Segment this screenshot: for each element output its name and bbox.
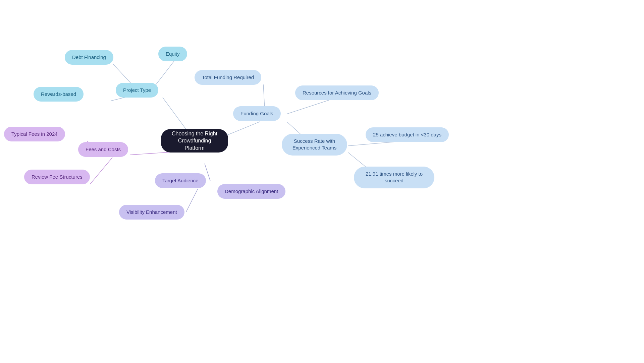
funding-goals-node: Funding Goals [233,106,281,121]
svg-line-6 [90,158,112,184]
achieve-budget-node: 25 achieve budget in <30 days [366,127,449,142]
debt-financing-node: Debt Financing [65,50,113,65]
resources-node: Resources for Achieving Goals [295,85,379,100]
times-more-node: 21.91 times more likely to succeed [354,167,434,188]
svg-line-12 [287,100,329,114]
rewards-based-node: Rewards-based [34,87,84,102]
demographic-node: Demographic Alignment [217,184,285,199]
target-audience-node: Target Audience [155,173,206,188]
total-funding-node: Total Funding Required [195,70,261,85]
project-type-node: Project Type [116,83,158,98]
svg-line-8 [186,189,198,212]
success-rate-node: Success Rate with Experienced Teams [282,134,347,156]
typical-fees-node: Typical Fees in 2024 [4,127,65,141]
center-node: Choosing the Right Crowdfunding Platform [161,129,228,153]
review-fee-node: Review Fee Structures [24,170,90,184]
equity-node: Equity [158,47,187,61]
fees-costs-node: Fees and Costs [78,142,128,157]
visibility-node: Visibility Enhancement [119,205,184,220]
